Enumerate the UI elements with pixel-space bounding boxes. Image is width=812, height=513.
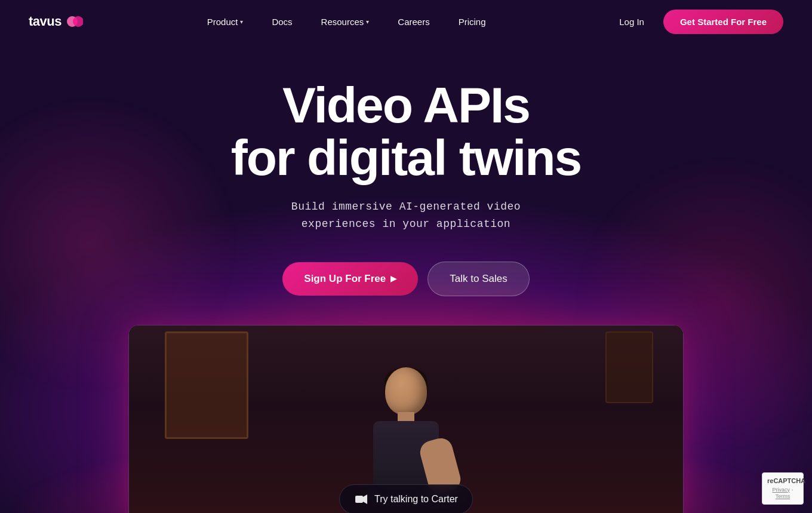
talk-to-sales-button[interactable]: Talk to Sales: [427, 262, 529, 296]
signup-button[interactable]: Sign Up For Free ▶: [282, 262, 418, 296]
nav-right: Log In Get Started For Free: [610, 10, 783, 34]
svg-rect-3: [355, 496, 363, 503]
video-placeholder: Try talking to Carter: [129, 325, 683, 513]
recaptcha-badge: reCAPTCHA Privacy - Terms: [762, 472, 804, 505]
navbar: tavus Product ▾ Docs Resources ▾: [0, 0, 812, 43]
recaptcha-terms[interactable]: Terms: [776, 493, 791, 499]
hero-buttons: Sign Up For Free ▶ Talk to Sales: [12, 262, 800, 296]
nav-pricing[interactable]: Pricing: [447, 12, 498, 32]
carter-button[interactable]: Try talking to Carter: [339, 484, 473, 513]
recaptcha-links: Privacy - Terms: [767, 487, 798, 500]
recaptcha-label: reCAPTCHA: [767, 477, 798, 485]
video-icon: [354, 492, 368, 506]
logo-icon: [66, 16, 83, 27]
hero-section: Video APIs for digital twins Build immer…: [0, 43, 812, 513]
logo-text: tavus: [29, 14, 61, 29]
nav-docs[interactable]: Docs: [260, 12, 304, 32]
hero-title: Video APIs for digital twins: [12, 79, 800, 184]
recaptcha-separator: -: [792, 487, 793, 493]
nav-product[interactable]: Product ▾: [195, 12, 256, 32]
person-head: [385, 367, 427, 415]
svg-marker-4: [363, 494, 367, 504]
recaptcha-privacy[interactable]: Privacy: [772, 487, 790, 493]
hero-subtitle: Build immersive AI-generated video exper…: [12, 198, 800, 233]
video-container: Try talking to Carter: [128, 325, 684, 513]
get-started-button[interactable]: Get Started For Free: [663, 10, 783, 34]
login-button[interactable]: Log In: [610, 12, 654, 32]
product-dropdown-arrow: ▾: [240, 19, 243, 25]
nav-careers[interactable]: Careers: [386, 12, 441, 32]
logo-link[interactable]: tavus: [29, 14, 83, 29]
play-icon: ▶: [390, 274, 396, 283]
resources-dropdown-arrow: ▾: [366, 19, 369, 25]
carter-button-label: Try talking to Carter: [374, 494, 458, 505]
nav-links: Product ▾ Docs Resources ▾ Careers Prici…: [195, 12, 498, 32]
svg-point-2: [73, 19, 78, 24]
nav-resources[interactable]: Resources ▾: [309, 12, 382, 32]
